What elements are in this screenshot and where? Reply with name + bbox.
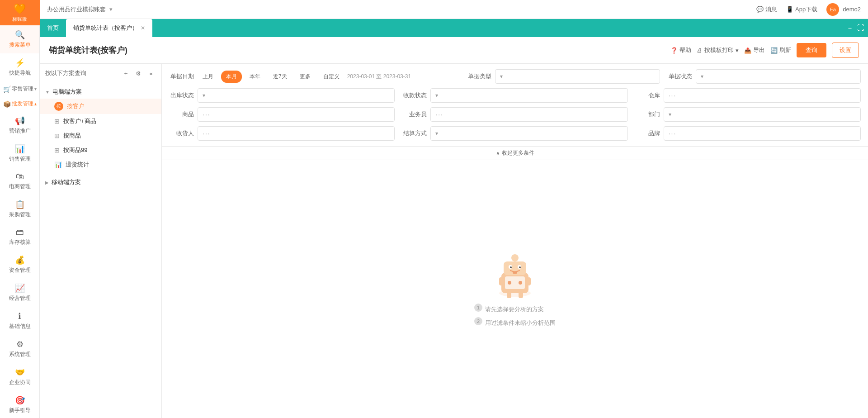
svg-point-10	[511, 254, 519, 261]
retail-icon: 🛒	[3, 86, 11, 93]
date-btn-last-7days[interactable]: 近7天	[268, 71, 292, 83]
breadcrumb-arrow[interactable]: ▾	[109, 6, 113, 13]
filter-out-status: 出库状态 ▾	[169, 88, 395, 103]
sidebar-item-ecommerce[interactable]: 🛍 电商管理	[0, 167, 39, 195]
page-title: 销货单统计表(按客户)	[49, 45, 127, 56]
sidebar-item-operation[interactable]: 📈 经营管理	[0, 279, 39, 307]
sidebar-item-purchase[interactable]: 📋 采购管理	[0, 195, 39, 223]
filter-collect-status: 收款状态 ▾	[402, 88, 627, 103]
tab-maximize-button[interactable]: ⛶	[857, 24, 864, 32]
sidebar-item-basic[interactable]: ℹ 基础信息	[0, 307, 39, 335]
scheme-item-return-stat[interactable]: 📊 退货统计	[40, 157, 161, 172]
svg-point-4	[519, 281, 522, 285]
svg-point-14	[510, 266, 512, 268]
sidebar-item-marketing[interactable]: 📢 营销推广	[0, 111, 39, 139]
tab-close-button[interactable]: ✕	[141, 25, 145, 31]
settings-button[interactable]: 设置	[832, 43, 859, 58]
scheme-group-mobile-header[interactable]: ▶ 移动端方案	[40, 176, 161, 189]
collect-status-label: 收款状态	[402, 91, 427, 100]
warehouse-dots: ···	[669, 92, 677, 99]
collect-status-input[interactable]: ▾	[430, 88, 627, 103]
message-button[interactable]: 💬 消息	[756, 5, 777, 14]
tab-sales-stat[interactable]: 销货单统计表（按客户） ✕	[66, 19, 152, 37]
department-input[interactable]: ▾	[664, 107, 861, 122]
scheme-item-by-product-99[interactable]: ⊞ 按商品99	[40, 143, 161, 157]
sidebar-item-enterprise[interactable]: 🤝 企业协同	[0, 363, 39, 391]
scheme-group-desktop: ▼ 电脑端方案 按 按客户 ⊞ 按客户+商品 ⊞	[40, 83, 161, 174]
sales-icon: 📊	[15, 144, 25, 154]
warehouse-input[interactable]: ···	[664, 88, 861, 103]
scheme-item-by-customer-product[interactable]: ⊞ 按客户+商品	[40, 114, 161, 128]
sidebar-item-shortcut[interactable]: ⚡ 快捷导航	[0, 53, 39, 81]
template-print-button[interactable]: 🖨 按模板打印 ▾	[697, 46, 739, 54]
sidebar-item-inventory[interactable]: 🗃 库存核算	[0, 223, 39, 251]
scheme-group-desktop-header[interactable]: ▼ 电脑端方案	[40, 85, 161, 99]
settlement-input[interactable]: ▾	[430, 126, 627, 141]
content-layout: 按以下方案查询 ＋ ⚙ « ▼ 电脑端方案 按	[40, 64, 868, 418]
sidebar-item-sales[interactable]: 📊 销售管理	[0, 139, 39, 167]
scheme-icon-grid2: ⊞	[54, 132, 60, 139]
filter-doc-type: 单据类型 ▾	[467, 69, 660, 84]
doc-type-input[interactable]: ▾	[495, 69, 660, 84]
query-button[interactable]: 查询	[797, 43, 826, 57]
scheme-icon-grid1: ⊞	[54, 118, 60, 125]
purchase-icon: 📋	[15, 200, 25, 209]
app-download-button[interactable]: 📱 App下载	[786, 5, 817, 14]
salesperson-label: 业务员	[402, 110, 427, 119]
svg-rect-8	[519, 291, 523, 298]
brand-input[interactable]: ···	[664, 126, 861, 141]
receiver-input[interactable]: ···	[198, 126, 395, 141]
filter-row-4: 收货人 ··· 结算方式 ▾ 品牌	[169, 126, 861, 141]
help-button[interactable]: ❓ 帮助	[670, 46, 691, 54]
sidebar-item-wholesale[interactable]: 📦 批发管理 ▴	[0, 96, 39, 111]
scheme-item-by-product[interactable]: ⊞ 按商品	[40, 128, 161, 143]
export-icon: 📤	[744, 47, 751, 54]
scheme-item-by-customer[interactable]: 按 按客户	[40, 99, 161, 114]
page-content: 销货单统计表(按客户) ❓ 帮助 🖨 按模板打印 ▾ 📤 导出 🔄 刷新	[40, 37, 868, 418]
top-bar: 办公用品行业模拟账套 ▾ 💬 消息 📱 App下载 Ea demo2	[40, 0, 868, 19]
tab-bar: 首页 销货单统计表（按客户） ✕ － ⛶	[40, 19, 868, 37]
help-icon: ❓	[670, 47, 678, 54]
main-area: 办公用品行业模拟账套 ▾ 💬 消息 📱 App下载 Ea demo2 首页 销货…	[40, 0, 868, 418]
out-status-input[interactable]: ▾	[198, 88, 395, 103]
date-btn-this-year[interactable]: 本年	[245, 71, 265, 83]
date-btn-more[interactable]: 更多	[295, 71, 316, 83]
doc-status-input[interactable]: ▾	[696, 69, 861, 84]
inventory-icon: 🗃	[16, 228, 24, 237]
sidebar-menu: 🔍 搜索菜单 ⚡ 快捷导航 🛒 零售管理 ▾ 📦 批发管理 ▴ 📢 营销推广 📊…	[0, 25, 39, 418]
product-label: 商品	[169, 110, 194, 119]
salesperson-input[interactable]: ···	[430, 107, 627, 122]
sidebar-item-search[interactable]: 🔍 搜索菜单	[0, 25, 39, 53]
panel-header: 按以下方案查询 ＋ ⚙ «	[40, 64, 161, 83]
product-input[interactable]: ···	[198, 107, 395, 122]
avatar: Ea	[826, 3, 839, 16]
scheme-group-mobile: ▶ 移动端方案	[40, 174, 161, 191]
edit-scheme-button[interactable]: ⚙	[133, 68, 143, 78]
filter-row-2: 出库状态 ▾ 收款状态 ▾ 仓库	[169, 88, 861, 103]
collapse-bar[interactable]: ∧ 收起更多条件	[162, 147, 868, 160]
sidebar-item-newbie[interactable]: 🎯 新手引导	[0, 391, 39, 418]
filter-doc-status: 单据状态 ▾	[667, 69, 861, 84]
refresh-button[interactable]: 🔄 刷新	[770, 46, 791, 54]
tab-minimize-button[interactable]: －	[846, 24, 854, 33]
collapse-label: ∧ 收起更多条件	[165, 149, 865, 157]
sidebar-item-finance[interactable]: 💰 资金管理	[0, 251, 39, 279]
sidebar-item-system[interactable]: ⚙ 系统管理	[0, 335, 39, 363]
date-btn-last-month[interactable]: 上月	[198, 71, 218, 83]
add-scheme-button[interactable]: ＋	[121, 68, 131, 78]
operation-icon: 📈	[15, 283, 25, 293]
logo: 🧡 标账版	[0, 0, 40, 25]
user-menu[interactable]: Ea demo2	[826, 3, 861, 16]
collapse-panel-button[interactable]: «	[146, 68, 156, 78]
date-btn-custom[interactable]: 自定义	[318, 71, 344, 83]
sidebar-item-retail[interactable]: 🛒 零售管理 ▾	[0, 81, 39, 96]
filter-department: 部门 ▾	[635, 107, 861, 122]
filter-area: 单据日期 上月 本月 本年 近7天 更多 自定义 2023-03-01 至 20…	[162, 64, 868, 147]
enterprise-icon: 🤝	[15, 367, 25, 377]
export-button[interactable]: 📤 导出	[744, 46, 765, 54]
filter-row-3: 商品 ··· 业务员 ··· 部门	[169, 107, 861, 122]
breadcrumb: 办公用品行业模拟账套	[47, 5, 106, 14]
date-btn-this-month[interactable]: 本月	[221, 71, 242, 83]
tab-home[interactable]: 首页	[40, 19, 66, 37]
date-label: 单据日期	[169, 72, 194, 81]
